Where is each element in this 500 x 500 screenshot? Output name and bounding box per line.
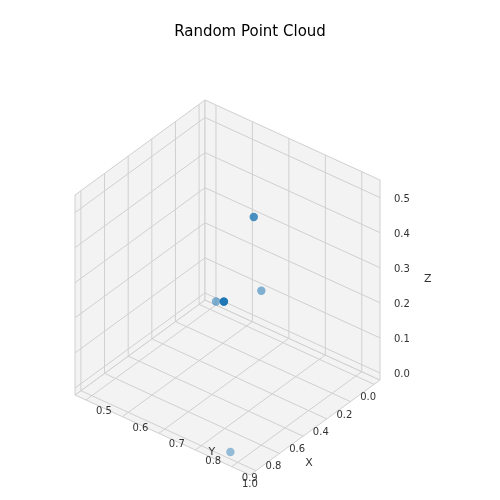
data-point [212, 297, 220, 305]
z-tick-label: 0.3 [394, 263, 410, 274]
x-tick-label: 0.6 [289, 443, 305, 454]
y-tick-label: 0.5 [96, 405, 112, 416]
scatter-3d-plot: 0.00.20.40.60.81.00.50.60.70.80.90.00.10… [0, 0, 500, 500]
x-axis-label: X [305, 456, 313, 469]
data-point [226, 448, 234, 456]
z-tick-label: 0.1 [394, 333, 410, 344]
x-tick-label: 0.2 [337, 409, 353, 420]
z-tick-label: 0.5 [394, 193, 410, 204]
y-tick-label: 0.7 [169, 438, 185, 449]
data-point [250, 213, 258, 221]
x-tick-label: 0.0 [360, 391, 376, 402]
data-point [257, 286, 265, 294]
x-tick-label: 0.4 [313, 426, 329, 437]
figure: Random Point Cloud 0.00.20.40.60.81.00.5… [0, 0, 500, 500]
z-tick-label: 0.2 [394, 298, 410, 309]
z-tick-label: 0.4 [394, 228, 410, 239]
z-axis-label: Z [424, 272, 432, 285]
y-tick-label: 0.9 [242, 472, 258, 483]
data-point [220, 297, 228, 305]
z-tick-label: 0.0 [394, 368, 410, 379]
y-tick-label: 0.6 [132, 422, 148, 433]
x-tick-label: 0.8 [266, 460, 282, 471]
y-axis-label: Y [208, 445, 216, 458]
